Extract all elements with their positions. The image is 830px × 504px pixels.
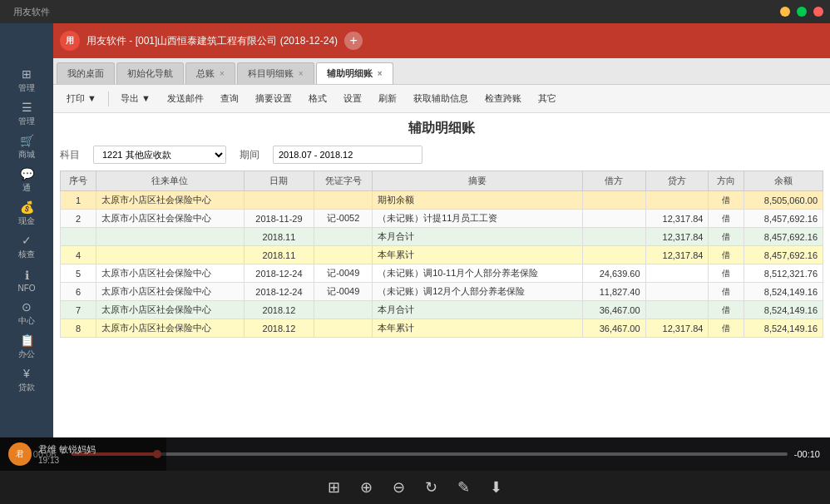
ledger-table: 序号 往来单位 日期 凭证字号 摘要 借方 贷方 方向 余额 1太原市小店区社会… xyxy=(60,170,823,338)
col-date: 日期 xyxy=(244,171,314,191)
tab-home[interactable]: 我的桌面 xyxy=(57,62,115,84)
page-title-bar: 辅助明细账 xyxy=(60,120,823,137)
table-row: 2太原市小店区社会保险中心2018-11-29记-0052（未记账）计提11月员… xyxy=(61,210,823,228)
sidebar-item-loan[interactable]: ¥ 贷款 xyxy=(3,364,50,396)
zoom-out-button[interactable]: ⊖ xyxy=(393,478,405,497)
col-seq: 序号 xyxy=(61,171,96,191)
end-time: -00:10 xyxy=(794,449,820,459)
period-filter-label: 期间 xyxy=(240,148,259,162)
left-sidebar: ⊞ 管理 ☰ 管理 🛒 商城 💬 通 💰 现金 ✓ 核查 ℹ NFO ⊙ 中心 … xyxy=(0,23,53,437)
tab-detail[interactable]: 科目明细账 × xyxy=(237,62,314,84)
refresh-button[interactable]: 刷新 xyxy=(372,89,403,109)
table-row: 1太原市小店区社会保险中心期初余额借8,505,060.00 xyxy=(61,191,823,210)
sidebar-item-info[interactable]: ℹ NFO xyxy=(3,264,50,296)
col-dir: 方向 xyxy=(709,171,744,191)
sidebar-label-cash: 现金 xyxy=(18,215,35,227)
sidebar-item-check[interactable]: ✓ 核查 xyxy=(3,231,50,263)
tab-detail-close[interactable]: × xyxy=(299,69,304,78)
table-row: 7太原市小店区社会保险中心2018.12本月合计36,467.00借8,524,… xyxy=(61,301,823,319)
close-button[interactable]: × xyxy=(813,7,823,17)
app-logo: 用 xyxy=(60,31,80,51)
tab-detail-label: 科目明细账 xyxy=(248,67,294,80)
tab-home-label: 我的桌面 xyxy=(67,67,104,80)
col-summary: 摘要 xyxy=(373,171,583,191)
export-button[interactable]: 导出 ▼ xyxy=(114,89,157,109)
tab-summary-close[interactable]: × xyxy=(220,69,225,78)
tab-init-label: 初始化导航 xyxy=(127,67,173,80)
period-filter-input[interactable] xyxy=(273,146,422,164)
sidebar-label-shop: 商城 xyxy=(18,149,35,161)
comment-time: 19:13 xyxy=(38,456,96,465)
sidebar-item-manage1[interactable]: ⊞ 管理 xyxy=(3,65,50,96)
tab-aux-label: 辅助明细账 xyxy=(327,67,373,80)
email-button[interactable]: 发送邮件 xyxy=(161,89,210,109)
subject-filter-label: 科目 xyxy=(60,148,80,162)
col-credit: 贷方 xyxy=(645,171,709,191)
cash-icon: 💰 xyxy=(20,200,34,214)
table-row: 5太原市小店区社会保险中心2018-12-24记-0049（未记账）调10-11… xyxy=(61,264,823,283)
col-balance: 余额 xyxy=(744,171,823,191)
cross-check-button[interactable]: 检查跨账 xyxy=(478,89,528,109)
commenter-avatar: 君 xyxy=(8,442,32,466)
col-unit: 往来单位 xyxy=(96,171,244,191)
minimize-button[interactable]: − xyxy=(780,7,790,17)
get-aux-button[interactable]: 获取辅助信息 xyxy=(407,89,475,109)
summary-settings-button[interactable]: 摘要设置 xyxy=(249,89,299,109)
zoom-in-button[interactable]: ⊕ xyxy=(360,478,373,497)
comm-icon: 💬 xyxy=(20,167,34,180)
sep1 xyxy=(108,91,109,106)
table-row: 8太原市小店区社会保险中心2018.12本年累计36,467.0012,317.… xyxy=(61,319,823,338)
sidebar-item-office[interactable]: 📋 办公 xyxy=(3,331,50,363)
table-row: 6太原市小店区社会保险中心2018-12-24记-0049（未记账）调12月个人… xyxy=(61,283,823,301)
check-icon: ✓ xyxy=(22,234,32,247)
sidebar-label-info: NFO xyxy=(17,284,35,293)
table-container: 序号 往来单位 日期 凭证字号 摘要 借方 贷方 方向 余额 1太原市小店区社会… xyxy=(60,170,823,338)
tab-aux-close[interactable]: × xyxy=(378,69,383,78)
subject-filter-select[interactable]: 1221 其他应收款 xyxy=(93,146,226,164)
sidebar-item-center[interactable]: ⊙ 中心 xyxy=(3,298,50,329)
sidebar-item-comm[interactable]: 💬 通 xyxy=(3,165,50,196)
rotate-button[interactable]: ↻ xyxy=(425,478,437,497)
avatar-initials: 君 xyxy=(16,448,24,460)
office-icon: 📋 xyxy=(20,334,34,347)
toolbar: 打印 ▼ 导出 ▼ 发送邮件 查询 摘要设置 格式 设置 刷新 获取辅助信息 检… xyxy=(53,85,830,113)
settings-button[interactable]: 设置 xyxy=(337,89,368,109)
tab-bar: 我的桌面 初始化导航 总账 × 科目明细账 × 辅助明细账 × xyxy=(53,58,830,85)
table-row: 2018.11本月合计12,317.84借8,457,692.16 xyxy=(61,228,823,246)
download-button[interactable]: ⬇ xyxy=(490,478,502,497)
content-area: 辅助明细账 科目 1221 其他应收款 期间 序号 往来单位 日期 凭证字号 摘 xyxy=(53,113,830,437)
sidebar-item-manage2[interactable]: ☰ 管理 xyxy=(3,98,50,130)
center-icon: ⊙ xyxy=(22,300,32,314)
brand-name: 用友软件 xyxy=(7,6,50,18)
tab-init[interactable]: 初始化导航 xyxy=(116,62,184,84)
page-title: 辅助明细账 xyxy=(408,120,475,137)
table-row: 42018.11本年累计12,317.84借8,457,692.16 xyxy=(61,246,823,264)
grid-view-button[interactable]: ⊞ xyxy=(328,478,340,497)
info-icon: ℹ xyxy=(25,269,29,282)
sidebar-label-office: 办公 xyxy=(18,348,35,360)
sidebar-label-center: 中心 xyxy=(18,315,35,327)
col-voucher: 凭证字号 xyxy=(314,171,373,191)
progress-track[interactable] xyxy=(72,452,788,456)
filter-row: 科目 1221 其他应收款 期间 xyxy=(60,146,823,164)
sidebar-label-comm: 通 xyxy=(22,182,31,194)
tab-summary[interactable]: 总账 × xyxy=(185,62,235,84)
tab-aux[interactable]: 辅助明细账 × xyxy=(316,62,393,84)
loan-icon: ¥ xyxy=(23,367,30,380)
sidebar-label-manage2: 管理 xyxy=(18,116,35,127)
other-button[interactable]: 其它 xyxy=(531,89,563,109)
query-button[interactable]: 查询 xyxy=(214,89,245,109)
edit-button[interactable]: ✎ xyxy=(457,478,470,497)
format-button[interactable]: 格式 xyxy=(302,89,333,109)
sidebar-label-manage1: 管理 xyxy=(18,82,35,94)
manage1-icon: ⊞ xyxy=(22,67,32,81)
sidebar-item-cash[interactable]: 💰 现金 xyxy=(3,198,50,230)
maximize-button[interactable]: □ xyxy=(797,7,807,17)
print-button[interactable]: 打印 ▼ xyxy=(60,89,103,109)
window-chrome: 用友软件 − □ × xyxy=(0,0,830,23)
comment-info-block: 君维 敏锐妈妈 19:13 xyxy=(38,443,96,465)
add-tab-button[interactable]: + xyxy=(344,32,363,50)
sidebar-item-shop[interactable]: 🛒 商城 xyxy=(3,131,50,163)
sidebar-label-check: 核查 xyxy=(18,249,35,260)
col-debit: 借方 xyxy=(582,171,645,191)
